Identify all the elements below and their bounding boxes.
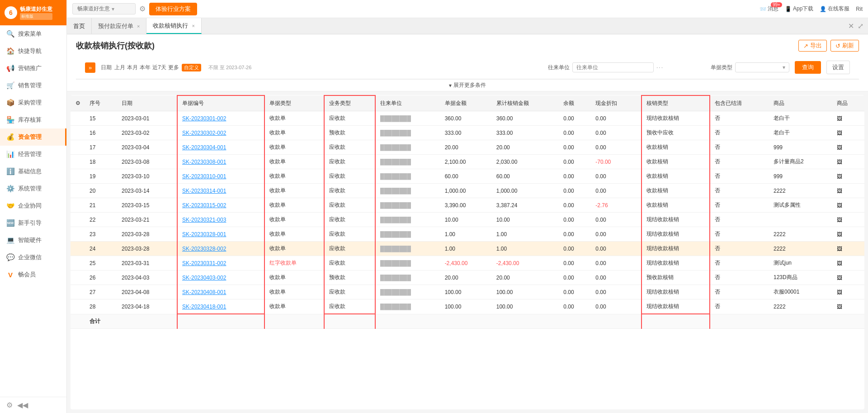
tab-receipt[interactable]: 收款核销执行 × xyxy=(146,18,201,34)
sidebar-item-sales[interactable]: 🛒 销售管理 xyxy=(0,77,66,94)
sidebar-item-quicknav[interactable]: 🏠 快捷导航 xyxy=(0,43,66,60)
workspace-chevron-icon: ▾ xyxy=(112,6,114,12)
table-row: 212023-03-15SK-20230315-002收款单应收款███████… xyxy=(71,198,864,213)
cell-biztype: 应收款 xyxy=(324,140,375,155)
cell-balance: 0.00 xyxy=(559,256,591,271)
topbar-gear-icon[interactable]: ⚙ xyxy=(139,5,146,13)
cell-partner: ████████ xyxy=(375,126,440,140)
filter-this-year[interactable]: 本年 xyxy=(140,64,151,71)
cell-date: 2023-03-28 xyxy=(117,242,177,256)
refresh-button[interactable]: ↺ 刷新 xyxy=(830,40,859,52)
sidebar-item-label: 基础信息 xyxy=(18,167,42,176)
cell-docno[interactable]: SK-20230328-002 xyxy=(177,242,264,256)
cell-goods1: 2222 xyxy=(769,184,832,198)
filter-custom-btn[interactable]: 自定义 xyxy=(182,64,201,71)
footer-docno xyxy=(177,314,264,328)
cell-incl: 否 xyxy=(710,155,769,169)
sidebar-item-operations[interactable]: 📊 经营管理 xyxy=(0,146,66,163)
user-name[interactable]: Rit xyxy=(856,6,863,12)
cell-discount: -2.76 xyxy=(591,198,641,213)
cell-partner: ████████ xyxy=(375,198,440,213)
tab-prepay[interactable]: 预付款应付单 × xyxy=(92,18,146,34)
cell-verified: 20.00 xyxy=(492,140,559,155)
cell-docno[interactable]: SK-20230321-003 xyxy=(177,213,264,227)
sidebar-item-marketing[interactable]: 📢 营销推广 xyxy=(0,60,66,77)
cell-balance: 0.00 xyxy=(559,227,591,242)
sidebar-item-finance[interactable]: 💰 资金管理 xyxy=(0,128,66,146)
cell-docno[interactable]: SK-20230302-002 xyxy=(177,126,264,140)
cell-amount: 1,000.00 xyxy=(440,184,492,198)
cell-no: 22 xyxy=(85,213,117,227)
cell-docno[interactable]: SK-20230403-002 xyxy=(177,271,264,285)
cell-incl: 否 xyxy=(710,242,769,256)
cell-docno[interactable]: SK-20230304-001 xyxy=(177,140,264,155)
cell-discount: 0.00 xyxy=(591,227,641,242)
cell-docno[interactable]: SK-20230308-001 xyxy=(177,155,264,169)
cell-balance: 0.00 xyxy=(559,213,591,227)
expand-more-btn[interactable]: ▾ 展开更多条件 xyxy=(76,79,859,91)
cell-docno[interactable]: SK-20230314-001 xyxy=(177,184,264,198)
sidebar-item-system[interactable]: ⚙️ 系统管理 xyxy=(0,180,66,197)
filter-expand-button[interactable]: » xyxy=(85,62,95,73)
tab-prepay-close-icon[interactable]: × xyxy=(137,24,140,29)
sidebar-item-search[interactable]: 🔍 搜索菜单 xyxy=(0,25,66,43)
sidebar-item-label: 采购管理 xyxy=(18,99,42,107)
table-row: 222023-03-21SK-20230321-003收款单应收款███████… xyxy=(71,213,864,227)
filter-7days[interactable]: 近7天 xyxy=(152,64,166,71)
filter-partner-input[interactable] xyxy=(572,62,654,72)
filter-settings-button[interactable]: 设置 xyxy=(826,61,850,74)
footer-partner xyxy=(375,314,440,328)
tab-home[interactable]: 首页 xyxy=(67,18,92,34)
export-button[interactable]: ↗ 导出 xyxy=(798,40,827,52)
settings-icon[interactable]: ⚙ xyxy=(6,401,13,409)
workspace-selector[interactable]: 畅康道好生意 ▾ xyxy=(72,3,136,14)
cell-goods2: 🖼 xyxy=(832,184,864,198)
col-gear-header[interactable]: ⚙ xyxy=(71,95,85,111)
cell-docno[interactable]: SK-20230315-002 xyxy=(177,198,264,213)
filter-partner-group: 往来单位 ··· xyxy=(548,62,664,72)
topbar-workspace: 畅康道好生意 ▾ ⚙ 体验行业方案 xyxy=(72,3,755,15)
sidebar-item-guide[interactable]: 🆕 新手引导 xyxy=(0,214,66,232)
filter-doctype-select[interactable]: ▾ xyxy=(735,62,789,72)
cell-docno[interactable]: SK-20230418-001 xyxy=(177,299,264,314)
cell-date: 2023-03-01 xyxy=(117,111,177,126)
cell-incl: 否 xyxy=(710,227,769,242)
sales-icon: 🛒 xyxy=(6,81,14,90)
solution-button[interactable]: 体验行业方案 xyxy=(149,3,197,15)
col-nuketype-header: 核销类型 xyxy=(642,95,710,111)
tab-receipt-close-icon[interactable]: × xyxy=(192,23,194,28)
cell-balance: 0.00 xyxy=(559,198,591,213)
sidebar-item-enterprise[interactable]: 🤝 企业协同 xyxy=(0,197,66,214)
sidebar-item-basic[interactable]: ℹ️ 基础信息 xyxy=(0,163,66,180)
cell-docno[interactable]: SK-20230408-001 xyxy=(177,285,264,299)
sidebar-item-purchase[interactable]: 📦 采购管理 xyxy=(0,94,66,111)
sidebar-item-label: 智能硬件 xyxy=(18,236,42,244)
cell-balance: 0.00 xyxy=(559,140,591,155)
sidebar-item-member[interactable]: V 畅会员 xyxy=(0,266,66,283)
sidebar-item-inventory[interactable]: 🏪 库存核算 xyxy=(0,111,66,128)
cell-date: 2023-04-08 xyxy=(117,285,177,299)
app-download-button[interactable]: 📱 App下载 xyxy=(785,5,813,13)
cell-incl: 否 xyxy=(710,285,769,299)
collapse-icon[interactable]: ◀◀ xyxy=(17,401,28,409)
filter-more-date[interactable]: 更多 xyxy=(168,64,179,71)
cell-docno[interactable]: SK-20230310-001 xyxy=(177,169,264,184)
filter-prev-month[interactable]: 上月 xyxy=(114,64,125,71)
sidebar-item-wechat[interactable]: 💬 企业微信 xyxy=(0,249,66,266)
message-button[interactable]: 📨 消息 99+ xyxy=(760,5,778,13)
expand-tab-icon[interactable]: ⤢ xyxy=(858,22,863,30)
cell-doctype: 收款单 xyxy=(264,155,324,169)
cell-goods1: 2222 xyxy=(769,242,832,256)
table-row: 192023-03-10SK-20230310-001收款单应收款███████… xyxy=(71,169,864,184)
close-tab-icon[interactable]: ✕ xyxy=(848,22,854,30)
query-button[interactable]: 查询 xyxy=(795,61,821,74)
cell-doctype: 收款单 xyxy=(264,213,324,227)
cell-docno[interactable]: SK-20230331-002 xyxy=(177,256,264,271)
cell-docno[interactable]: SK-20230301-002 xyxy=(177,111,264,126)
online-service-button[interactable]: 👤 在线客服 xyxy=(820,5,849,13)
sidebar-item-hardware[interactable]: 💻 智能硬件 xyxy=(0,232,66,249)
cell-no: 24 xyxy=(85,242,117,256)
filter-this-month[interactable]: 本月 xyxy=(127,64,138,71)
cell-docno[interactable]: SK-20230328-001 xyxy=(177,227,264,242)
cell-incl: 否 xyxy=(710,140,769,155)
